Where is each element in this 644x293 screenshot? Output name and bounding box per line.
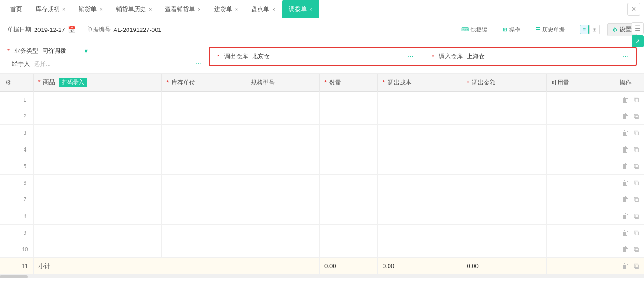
td-amount[interactable] bbox=[462, 125, 547, 141]
td-cost[interactable] bbox=[377, 191, 462, 208]
history-button[interactable]: ☰ 历史单据 bbox=[535, 26, 565, 34]
target-warehouse-value[interactable]: 上海仓 bbox=[467, 52, 494, 61]
tab-close-view-sales[interactable]: × bbox=[198, 6, 200, 12]
td-spec[interactable] bbox=[246, 191, 319, 208]
handler-more-icon[interactable]: ··· bbox=[195, 60, 201, 68]
delete-icon[interactable]: 🗑 bbox=[622, 245, 629, 254]
shortcuts-button[interactable]: ⌨ 快捷键 bbox=[461, 26, 487, 34]
copy-icon[interactable]: ⧉ bbox=[634, 229, 639, 237]
td-unit[interactable] bbox=[162, 208, 246, 225]
delete-icon[interactable]: 🗑 bbox=[622, 162, 629, 171]
td-cost[interactable] bbox=[377, 175, 462, 191]
td-cost[interactable] bbox=[377, 208, 462, 225]
td-unit[interactable] bbox=[162, 125, 246, 141]
tab-close-sales-order[interactable]: × bbox=[99, 6, 102, 12]
td-amount[interactable] bbox=[462, 175, 547, 191]
delete-icon[interactable]: 🗑 bbox=[622, 195, 629, 204]
close-all-button[interactable]: × bbox=[627, 3, 640, 16]
tab-close-transfer[interactable]: × bbox=[310, 6, 312, 12]
layout-btn-grid[interactable]: ⊞ bbox=[589, 25, 600, 34]
td-amount[interactable] bbox=[462, 158, 547, 175]
delete-icon[interactable]: 🗑 bbox=[622, 146, 629, 154]
sidebar-list-button[interactable]: ☰ bbox=[632, 22, 644, 34]
td-cost[interactable] bbox=[377, 108, 462, 125]
td-spec[interactable] bbox=[246, 241, 319, 258]
td-cost[interactable] bbox=[377, 241, 462, 258]
td-product[interactable] bbox=[33, 108, 162, 125]
td-unit[interactable] bbox=[162, 141, 246, 158]
td-product[interactable] bbox=[33, 241, 162, 258]
td-unit[interactable] bbox=[162, 92, 246, 108]
td-amount[interactable] bbox=[462, 108, 547, 125]
td-cost[interactable] bbox=[377, 141, 462, 158]
th-gear[interactable]: ⚙ bbox=[0, 74, 17, 92]
td-spec[interactable] bbox=[246, 208, 319, 225]
copy-icon[interactable]: ⧉ bbox=[634, 129, 639, 137]
delete-icon[interactable]: 🗑 bbox=[622, 262, 629, 270]
tab-home[interactable]: 首页 bbox=[4, 0, 29, 18]
td-unit[interactable] bbox=[162, 191, 246, 208]
td-cost[interactable] bbox=[377, 225, 462, 241]
td-qty[interactable] bbox=[320, 158, 378, 175]
td-cost[interactable] bbox=[377, 92, 462, 108]
source-warehouse-more-icon[interactable]: ··· bbox=[407, 52, 413, 61]
td-product[interactable] bbox=[33, 225, 162, 241]
calendar-icon[interactable]: 📅 bbox=[68, 26, 76, 33]
td-qty[interactable] bbox=[320, 241, 378, 258]
layout-btn-list[interactable]: ≡ bbox=[580, 25, 589, 34]
td-amount[interactable] bbox=[462, 208, 547, 225]
scan-button[interactable]: 扫码录入 bbox=[59, 78, 87, 87]
copy-icon[interactable]: ⧉ bbox=[634, 96, 639, 104]
td-qty[interactable] bbox=[320, 175, 378, 191]
td-product[interactable] bbox=[33, 208, 162, 225]
copy-icon[interactable]: ⧉ bbox=[634, 245, 639, 254]
tab-close-stocktaking[interactable]: × bbox=[272, 6, 275, 12]
td-spec[interactable] bbox=[246, 225, 319, 241]
tab-stocktaking[interactable]: 盘点单 × bbox=[245, 0, 282, 18]
td-amount[interactable] bbox=[462, 92, 547, 108]
td-product[interactable] bbox=[33, 92, 162, 108]
td-unit[interactable] bbox=[162, 241, 246, 258]
tab-view-sales[interactable]: 查看销货单 × bbox=[158, 0, 207, 18]
copy-icon[interactable]: ⧉ bbox=[634, 162, 639, 171]
copy-icon[interactable]: ⧉ bbox=[634, 212, 639, 220]
delete-icon[interactable]: 🗑 bbox=[622, 212, 629, 220]
td-spec[interactable] bbox=[246, 92, 319, 108]
td-product[interactable] bbox=[33, 125, 162, 141]
td-unit[interactable] bbox=[162, 158, 246, 175]
td-qty[interactable] bbox=[320, 191, 378, 208]
td-product[interactable] bbox=[33, 141, 162, 158]
td-unit[interactable] bbox=[162, 108, 246, 125]
td-qty[interactable] bbox=[320, 108, 378, 125]
tab-sales-history[interactable]: 销货单历史 × bbox=[109, 0, 158, 18]
source-warehouse-value[interactable]: 北京仓 bbox=[252, 52, 279, 61]
copy-icon[interactable]: ⧉ bbox=[634, 179, 639, 187]
copy-icon[interactable]: ⧉ bbox=[634, 112, 639, 121]
delete-icon[interactable]: 🗑 bbox=[622, 229, 629, 237]
tab-inventory-init[interactable]: 库存期初 × bbox=[29, 0, 72, 18]
td-spec[interactable] bbox=[246, 158, 319, 175]
td-spec[interactable] bbox=[246, 175, 319, 191]
copy-icon[interactable]: ⧉ bbox=[634, 262, 639, 270]
delete-icon[interactable]: 🗑 bbox=[622, 112, 629, 121]
copy-icon[interactable]: ⧉ bbox=[634, 195, 639, 204]
td-amount[interactable] bbox=[462, 191, 547, 208]
td-spec[interactable] bbox=[246, 125, 319, 141]
operations-button[interactable]: ⊞ 操作 bbox=[503, 26, 520, 34]
tab-sales-order[interactable]: 销货单 × bbox=[72, 0, 109, 18]
copy-icon[interactable]: ⧉ bbox=[634, 146, 639, 154]
target-warehouse-more-icon[interactable]: ··· bbox=[622, 52, 628, 61]
bottom-scrollbar[interactable] bbox=[0, 275, 644, 278]
delete-icon[interactable]: 🗑 bbox=[622, 179, 629, 187]
tab-close-sales-history[interactable]: × bbox=[149, 6, 152, 12]
td-qty[interactable] bbox=[320, 92, 378, 108]
tab-purchase-order[interactable]: 进货单 × bbox=[208, 0, 245, 18]
td-unit[interactable] bbox=[162, 175, 246, 191]
handler-value[interactable]: 选择... bbox=[34, 60, 71, 68]
td-spec[interactable] bbox=[246, 108, 319, 125]
business-type-dropdown-icon[interactable]: ▾ bbox=[85, 47, 88, 55]
tab-close-purchase-order[interactable]: × bbox=[235, 6, 238, 12]
td-product[interactable] bbox=[33, 191, 162, 208]
td-amount[interactable] bbox=[462, 225, 547, 241]
td-qty[interactable] bbox=[320, 125, 378, 141]
